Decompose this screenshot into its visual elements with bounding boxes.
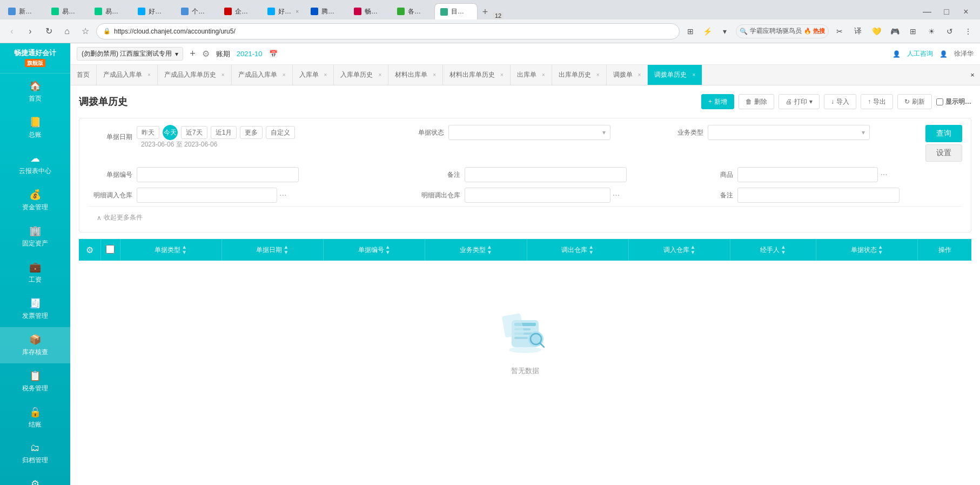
sidebar-item-home[interactable]: 🏠 首页 bbox=[0, 74, 70, 110]
goods-input[interactable] bbox=[737, 167, 878, 182]
browser-tab-6[interactable]: 企… bbox=[218, 3, 261, 19]
page-tab-close-7[interactable]: × bbox=[500, 72, 504, 78]
browser-tab-10[interactable]: 各… bbox=[391, 3, 434, 19]
lightning-button[interactable]: ⚡ bbox=[700, 24, 715, 39]
to-warehouse-input[interactable] bbox=[465, 188, 610, 203]
tab-close-7[interactable]: × bbox=[296, 9, 299, 15]
page-tab-7[interactable]: 材料出库单历史 × bbox=[443, 65, 511, 85]
company-selector[interactable]: (勿删勿禁用) 江西服宝测试专用 ▾ bbox=[77, 47, 183, 61]
browser-tab-11[interactable]: 目… bbox=[434, 3, 478, 19]
collapse-button[interactable]: ∧ 收起更多条件 bbox=[88, 210, 962, 225]
goods-dots[interactable]: ··· bbox=[880, 170, 887, 180]
page-tab-close-3[interactable]: × bbox=[283, 72, 286, 78]
page-tab-4[interactable]: 入库单 × bbox=[293, 65, 334, 85]
from-warehouse-input[interactable] bbox=[137, 188, 277, 203]
extensions-button[interactable]: ⊞ bbox=[683, 24, 698, 39]
page-tab-close-1[interactable]: × bbox=[147, 72, 151, 78]
new-button[interactable]: + 新增 bbox=[701, 94, 734, 109]
page-tab-5[interactable]: 入库单历史 × bbox=[334, 65, 388, 85]
bookmark-button[interactable]: ☆ bbox=[78, 24, 93, 39]
browser-tab-2[interactable]: 易… bbox=[45, 3, 89, 19]
refresh-button[interactable]: ↻ 刷新 bbox=[897, 94, 932, 109]
import-button[interactable]: ↓ 导入 bbox=[824, 94, 856, 109]
delete-button[interactable]: 🗑 删除 bbox=[739, 94, 774, 109]
user-name[interactable]: 徐泽华 bbox=[954, 49, 974, 58]
sort-handler[interactable]: 经手人 ▲▼ bbox=[735, 244, 811, 255]
page-tab-close-9[interactable]: × bbox=[596, 72, 600, 78]
page-tab-8[interactable]: 出库单 × bbox=[511, 65, 552, 85]
wallet-button[interactable]: 💛 bbox=[869, 24, 884, 39]
detail-remark-input[interactable] bbox=[737, 188, 900, 203]
sort-biztype[interactable]: 业务类型 ▲▼ bbox=[429, 244, 522, 255]
table-settings-button[interactable]: ⚙ bbox=[86, 245, 93, 255]
page-tab-6[interactable]: 材料出库单 × bbox=[388, 65, 443, 85]
sidebar-item-assets[interactable]: 🏢 固定资产 bbox=[0, 218, 70, 255]
page-tab-close-8[interactable]: × bbox=[542, 72, 545, 78]
sort-date[interactable]: 单据日期 ▲▼ bbox=[226, 244, 319, 255]
new-tab-button[interactable]: + bbox=[478, 4, 493, 19]
search-bar[interactable]: 🔍 学霸应聘场驱鸟员 🔥 热搜 bbox=[736, 24, 829, 38]
7days-button[interactable]: 近7天 bbox=[181, 126, 207, 139]
sidebar-item-salary[interactable]: 💼 工资 bbox=[0, 255, 70, 291]
from-warehouse-dots[interactable]: ··· bbox=[279, 190, 286, 200]
print-button[interactable]: 🖨 打印 ▾ bbox=[778, 94, 820, 109]
sidebar-item-tax[interactable]: 📋 税务管理 bbox=[0, 363, 70, 400]
export-button[interactable]: ↑ 导出 bbox=[861, 94, 893, 109]
minimize-button[interactable]: — bbox=[919, 4, 935, 19]
brightness-button[interactable]: ☀ bbox=[924, 24, 939, 39]
page-tab-close-11[interactable]: × bbox=[692, 72, 695, 78]
browser-tab-7[interactable]: 好… × bbox=[261, 3, 305, 19]
page-tab-11[interactable]: 调拨单历史 × bbox=[648, 65, 702, 85]
sidebar-item-closing[interactable]: 🔒 结账 bbox=[0, 400, 70, 436]
undo-button[interactable]: ↺ bbox=[942, 24, 957, 39]
show-full-checkbox[interactable] bbox=[936, 98, 943, 105]
1month-button[interactable]: 近1月 bbox=[211, 126, 237, 139]
show-full-checkbox-label[interactable]: 显示明… bbox=[936, 94, 971, 109]
sidebar-item-inventory[interactable]: 📦 库存核查 bbox=[0, 327, 70, 363]
sort-status[interactable]: 单据状态 ▲▼ bbox=[821, 244, 913, 255]
home-button[interactable]: ⌂ bbox=[59, 24, 75, 39]
tab-bar-close-button[interactable]: × bbox=[965, 65, 980, 85]
page-tab-2[interactable]: 产成品入库单历史 × bbox=[158, 65, 232, 85]
grid-button[interactable]: ⊞ bbox=[905, 24, 921, 39]
browser-tab-8[interactable]: 腾… bbox=[305, 3, 348, 19]
close-browser-button[interactable]: × bbox=[958, 4, 974, 19]
to-warehouse-dots[interactable]: ··· bbox=[613, 190, 620, 200]
remark-input[interactable] bbox=[465, 167, 627, 182]
sidebar-item-invoice[interactable]: 🧾 发票管理 bbox=[0, 291, 70, 327]
sort-from-warehouse[interactable]: 调出仓库 ▲▼ bbox=[532, 244, 624, 255]
add-company-button[interactable]: + bbox=[190, 48, 196, 59]
select-all-checkbox[interactable] bbox=[106, 245, 115, 254]
page-tab-close-10[interactable]: × bbox=[638, 72, 641, 78]
reload-button[interactable]: ↻ bbox=[41, 24, 56, 39]
biztype-select[interactable]: ▾ bbox=[708, 125, 870, 140]
yesterday-button[interactable]: 昨天 bbox=[137, 126, 159, 139]
query-button[interactable]: 查询 bbox=[925, 125, 962, 142]
scissors-button[interactable]: ✂ bbox=[832, 24, 847, 39]
company-settings-button[interactable]: ⚙ bbox=[202, 49, 210, 59]
back-button[interactable]: ‹ bbox=[4, 24, 19, 39]
page-tab-9[interactable]: 出库单历史 × bbox=[552, 65, 607, 85]
page-tab-10[interactable]: 调拨单 × bbox=[607, 65, 648, 85]
page-tab-home[interactable]: 首页 bbox=[70, 65, 97, 85]
service-label[interactable]: 人工咨询 bbox=[907, 49, 933, 58]
address-bar[interactable]: 🔒 https://cloud.chanjet.com/accounting/u… bbox=[96, 23, 680, 39]
forward-button[interactable]: › bbox=[23, 24, 38, 39]
sort-to-warehouse[interactable]: 调入仓库 ▲▼ bbox=[633, 244, 726, 255]
browser-tab-5[interactable]: 个… bbox=[175, 3, 218, 19]
number-input[interactable] bbox=[137, 167, 299, 182]
sidebar-item-funds[interactable]: 💰 资金管理 bbox=[0, 182, 70, 218]
browser-tab-9[interactable]: 畅… bbox=[348, 3, 391, 19]
calendar-icon[interactable]: 📅 bbox=[269, 50, 278, 58]
sidebar-item-archive[interactable]: 🗂 归档管理 bbox=[0, 436, 70, 471]
translate-button[interactable]: 译 bbox=[850, 24, 865, 39]
sidebar-item-basic[interactable]: ⚙ 基础设置 bbox=[0, 471, 70, 485]
page-tab-close-4[interactable]: × bbox=[324, 72, 327, 78]
page-tab-close-6[interactable]: × bbox=[433, 72, 436, 78]
setting-button[interactable]: 设置 bbox=[925, 144, 962, 162]
browser-tab-1[interactable]: 新… bbox=[2, 3, 45, 19]
page-tab-close-5[interactable]: × bbox=[378, 72, 381, 78]
browser-tab-3[interactable]: 易… bbox=[89, 3, 132, 19]
today-button[interactable]: 今天 bbox=[163, 125, 178, 140]
custom-button[interactable]: 自定义 bbox=[266, 126, 295, 139]
